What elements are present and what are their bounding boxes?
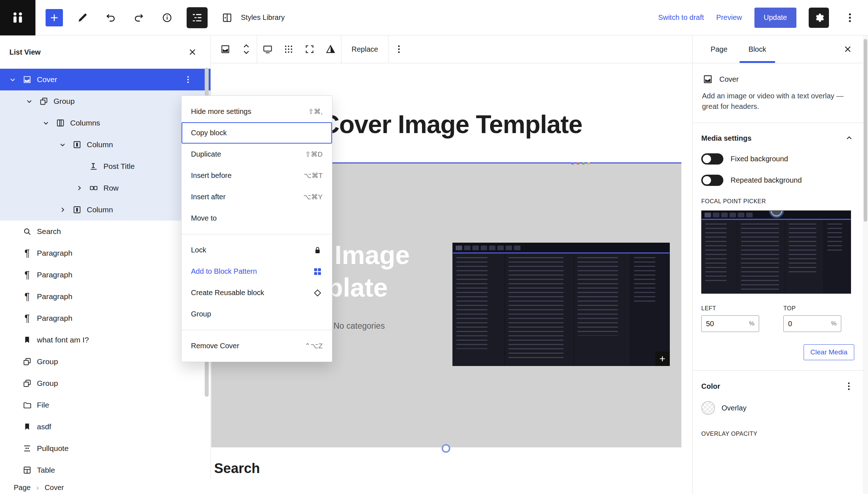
repeated-background-toggle[interactable] [701,175,723,186]
block-appender-button[interactable]: + [655,352,669,366]
page-scrollbar[interactable] [863,35,868,494]
listview-item-file[interactable]: File [0,394,210,416]
chevron-slot [7,399,19,411]
site-logo-button[interactable] [0,0,35,35]
info-button[interactable] [158,9,176,26]
color-options-icon[interactable] [843,381,854,392]
cover-resize-handle[interactable] [442,444,450,453]
menu-item-hide-more-settings[interactable]: Hide more settings ⇧⌘, [182,101,332,122]
block-breadcrumb: Page › Cover [0,481,692,494]
left-input[interactable]: 50 % [701,315,759,332]
menu-item-group[interactable]: Group [182,303,332,325]
listview-item-column-2[interactable]: Column [0,199,210,221]
duotone-filter-button[interactable] [320,35,341,63]
preview-link[interactable]: Preview [716,13,742,22]
menu-item-remove-cover[interactable]: Remove Cover ⌃⌥Z [182,335,332,357]
block-mover[interactable] [236,35,257,63]
chevron-right-icon[interactable] [56,204,69,216]
chevron-down-icon[interactable] [56,139,69,151]
menu-item-move-to[interactable]: Move to [182,208,332,229]
top-input[interactable]: 0 % [783,315,841,332]
cover-block-icon [702,73,714,85]
switch-to-draft-link[interactable]: Switch to draft [658,13,704,22]
post-categories-placeholder[interactable]: No categories [333,321,385,331]
listview-item-column[interactable]: Column [0,134,210,156]
chevron-down-icon[interactable] [40,117,52,129]
more-options-button[interactable] [841,9,859,26]
chevron-slot [7,464,19,476]
content-position-button[interactable] [278,35,299,63]
listview-item-label: Paragraph [37,314,72,323]
paragraph-block-icon: ¶ [22,291,33,302]
top-value: 0 [788,320,792,328]
tab-block[interactable]: Block [738,35,776,63]
listview-item-paragraph[interactable]: ¶ Paragraph [0,242,210,264]
listview-item-columns[interactable]: Columns [0,112,210,134]
undo-button[interactable] [102,9,119,26]
listview-item-row[interactable]: Row [0,177,210,199]
listview-item-paragraph[interactable]: ¶ Paragraph [0,286,210,307]
menu-shortcut: ⇧⌘, [308,107,323,116]
menu-item-insert-before[interactable]: Insert before ⌥⌘T [182,165,332,186]
listview-item-search[interactable]: Search [0,221,210,242]
listview-item-what-font[interactable]: what font am I? [0,329,210,351]
listview-item-pullquote[interactable]: Pullquote [0,438,210,459]
styles-library-button[interactable] [218,9,236,26]
left-value: 50 [706,320,714,328]
info-icon [161,12,173,24]
screenshot-panels [453,254,669,366]
breadcrumb-page[interactable]: Page [14,484,31,492]
close-sidebar-button[interactable] [839,41,856,58]
chevron-down-icon[interactable] [7,73,19,86]
settings-button[interactable] [809,8,829,28]
listview-item-paragraph[interactable]: ¶ Paragraph [0,264,210,286]
focal-point-image[interactable] [701,210,851,294]
chevron-right-icon[interactable] [73,182,85,194]
menu-item-add-to-block-pattern[interactable]: Add to Block Pattern [182,261,332,282]
listview-item-cover[interactable]: Cover [0,69,210,90]
search-heading-block[interactable]: Search [214,461,260,476]
percent-unit: % [831,320,837,327]
menu-item-create-reusable-block[interactable]: Create Reusable block [182,282,332,303]
focal-point-picker-label: FOCAL POINT PICKER [701,198,854,205]
listview-item-group-2[interactable]: Group [0,351,210,372]
menu-item-label: Insert before [191,171,231,180]
close-list-view-button[interactable] [184,43,201,61]
full-height-button[interactable] [299,35,320,63]
add-block-button[interactable] [46,9,63,26]
kebab-icon [844,12,856,24]
replace-button[interactable]: Replace [341,35,388,63]
menu-item-duplicate[interactable]: Duplicate ⇧⌘D [182,144,332,165]
menu-item-copy-block[interactable]: Copy block [182,122,332,144]
update-button[interactable]: Update [754,8,797,28]
listview-item-label: Cover [37,75,57,84]
cover-inner-image[interactable]: + [452,243,670,366]
listview-item-label: Search [37,227,61,236]
listview-item-asdf[interactable]: asdf [0,416,210,438]
listview-item-paragraph[interactable]: ¶ Paragraph [0,307,210,329]
edit-tool-button[interactable] [74,9,91,26]
cover-block-type-button[interactable] [215,35,236,63]
breadcrumb-cover[interactable]: Cover [44,484,64,492]
listview-item-table[interactable]: Table [0,459,210,481]
clear-media-button[interactable]: Clear Media [804,344,854,360]
fixed-background-toggle[interactable] [701,153,723,165]
overlay-swatch[interactable] [701,401,715,415]
menu-item-insert-after[interactable]: Insert after ⌥⌘Y [182,186,332,208]
chevron-up-icon[interactable] [844,133,854,143]
listview-item-group-3[interactable]: Group [0,372,210,394]
scrollbar-thumb[interactable] [864,39,867,222]
menu-item-lock[interactable]: Lock [182,239,332,261]
paragraph-block-icon: ¶ [22,269,33,280]
redo-button[interactable] [130,9,148,26]
listview-item-group[interactable]: Group [0,90,210,112]
tab-page[interactable]: Page [700,35,738,63]
chevron-down-icon[interactable] [23,95,35,107]
listview-item-post-title[interactable]: Post Title [0,156,210,177]
block-options-button[interactable] [388,35,409,63]
screenshot-panels [702,220,851,293]
list-view-button[interactable] [187,7,208,28]
align-button[interactable] [257,35,278,63]
item-options-icon[interactable] [182,73,195,86]
overlay-color-control[interactable]: Overlay [701,401,854,415]
